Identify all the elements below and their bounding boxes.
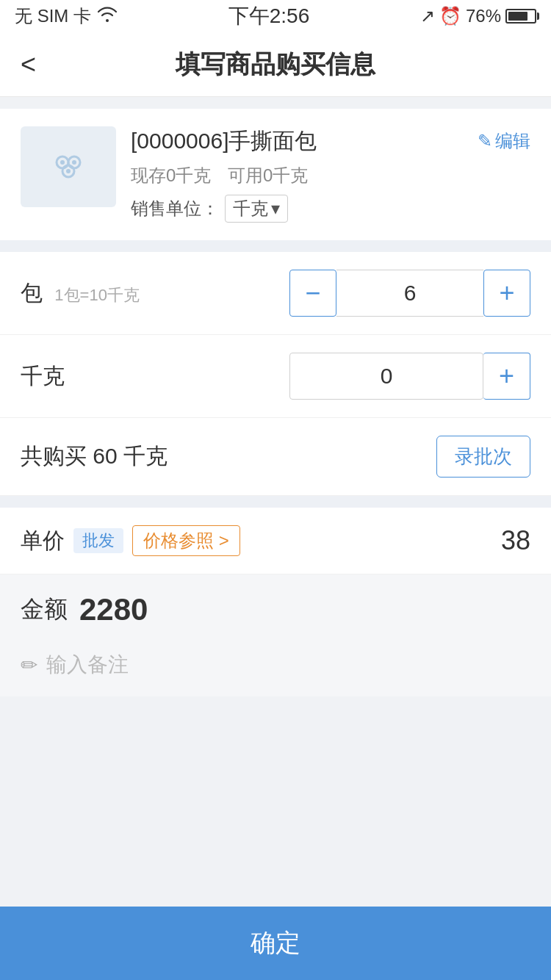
status-time: 下午2:56 bbox=[228, 2, 310, 30]
product-code-name: [0000006]手撕面包 bbox=[131, 126, 530, 156]
amount-row: 金额 2280 bbox=[21, 592, 530, 639]
svg-point-3 bbox=[60, 160, 65, 165]
input-section: 包 1包=10千克 − + 千克 + bbox=[0, 252, 551, 418]
page-title: 填写商品购买信息 bbox=[176, 48, 375, 82]
back-button[interactable]: < bbox=[21, 49, 36, 80]
kg-quantity-input[interactable] bbox=[289, 353, 483, 400]
price-value: 38 bbox=[501, 525, 530, 556]
bag-increment-button[interactable]: + bbox=[483, 270, 530, 317]
status-bar: 无 SIM 卡 下午2:56 ↗ ⏰ 76% bbox=[0, 0, 551, 32]
product-logo-icon bbox=[46, 145, 90, 189]
battery-icon bbox=[505, 9, 536, 24]
summary-text: 共购买 60 千克 bbox=[21, 442, 436, 472]
carrier-label: 无 SIM 卡 bbox=[15, 4, 91, 28]
amount-label: 金额 bbox=[21, 594, 68, 626]
batch-button[interactable]: 录批次 bbox=[436, 436, 530, 478]
kg-quantity-control: + bbox=[289, 353, 530, 400]
amount-section: 金额 2280 ✏ 输入备注 bbox=[0, 574, 551, 696]
summary-row: 共购买 60 千克 录批次 bbox=[0, 418, 551, 496]
kg-input-row: 千克 + bbox=[0, 335, 551, 418]
nav-bar: < 填写商品购买信息 bbox=[0, 32, 551, 97]
dropdown-icon: ▾ bbox=[271, 198, 280, 219]
kg-label: 千克 bbox=[21, 361, 289, 392]
price-label: 单价 bbox=[21, 526, 65, 556]
wifi-icon bbox=[97, 6, 118, 26]
edit-icon: ✎ bbox=[478, 131, 492, 151]
status-left: 无 SIM 卡 bbox=[15, 4, 118, 28]
svg-point-5 bbox=[66, 169, 71, 173]
price-tag: 批发 bbox=[73, 528, 123, 553]
battery-percent: 76% bbox=[466, 6, 501, 26]
product-section: [0000006]手撕面包 现存0千克 可用0千克 销售单位： 千克 ▾ bbox=[0, 109, 551, 240]
note-placeholder: 输入备注 bbox=[46, 651, 129, 679]
note-icon: ✏ bbox=[21, 653, 37, 677]
bag-label: 包 1包=10千克 bbox=[21, 278, 289, 309]
kg-increment-button[interactable]: + bbox=[483, 353, 530, 400]
section-divider-2 bbox=[0, 496, 551, 508]
bag-quantity-control: − + bbox=[289, 270, 530, 317]
alarm-icon: ⏰ bbox=[439, 6, 461, 26]
bag-quantity-input[interactable] bbox=[336, 270, 483, 317]
product-thumbnail bbox=[21, 126, 116, 207]
amount-value: 2280 bbox=[79, 592, 148, 627]
section-divider-1 bbox=[0, 240, 551, 252]
unit-selector[interactable]: 千克 ▾ bbox=[225, 195, 288, 223]
location-icon: ↗ bbox=[420, 6, 435, 26]
confirm-button[interactable]: 确定 bbox=[0, 907, 551, 980]
unit-label: 销售单位： bbox=[131, 197, 219, 220]
stock-label: 现存0千克 bbox=[131, 165, 211, 185]
edit-button[interactable]: ✎ 编辑 bbox=[478, 129, 530, 153]
product-unit-row: 销售单位： 千克 ▾ bbox=[131, 195, 530, 223]
svg-point-4 bbox=[72, 160, 76, 165]
status-right: ↗ ⏰ 76% bbox=[420, 6, 536, 26]
bag-sublabel: 1包=10千克 bbox=[54, 286, 140, 304]
bag-decrement-button[interactable]: − bbox=[289, 270, 336, 317]
product-info: [0000006]手撕面包 现存0千克 可用0千克 销售单位： 千克 ▾ bbox=[131, 126, 530, 223]
price-section: 单价 批发 价格参照 > 38 bbox=[0, 508, 551, 574]
note-row[interactable]: ✏ 输入备注 bbox=[21, 639, 530, 696]
product-stock: 现存0千克 可用0千克 bbox=[131, 164, 530, 187]
bag-input-row: 包 1包=10千克 − + bbox=[0, 252, 551, 335]
available-label: 可用0千克 bbox=[228, 165, 308, 185]
price-reference-button[interactable]: 价格参照 > bbox=[132, 525, 240, 556]
